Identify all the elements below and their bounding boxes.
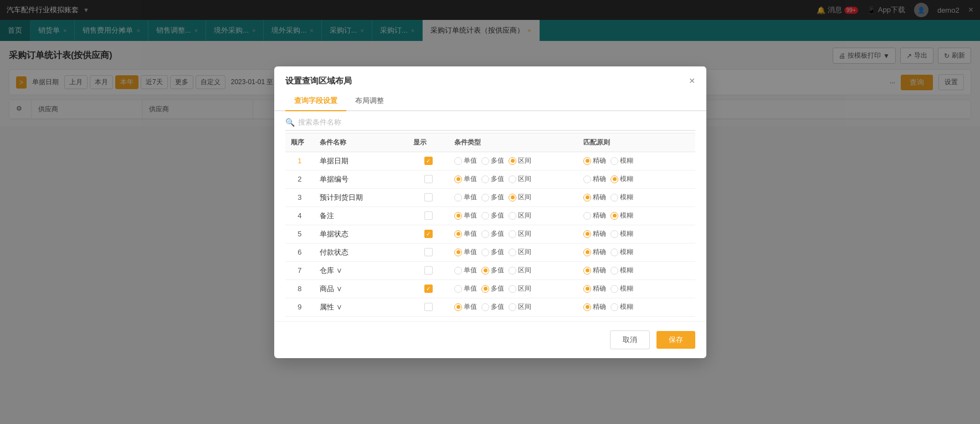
modal-tabs: 查询字段设置 布局调整 [274,91,706,111]
tab-field-settings[interactable]: 查询字段设置 [285,91,346,111]
modal-title: 设置查询区域布局 [285,76,352,86]
modal-overlay: 设置查询区域布局 × 查询字段设置 布局调整 🔍 顺序 条件名称 [0,0,980,126]
search-input[interactable] [298,118,398,126]
tab-layout-adjust-label: 布局调整 [355,96,384,105]
modal-search-bar: 🔍 [285,118,695,127]
modal-close-btn[interactable]: × [689,75,695,87]
tab-layout-adjust[interactable]: 布局调整 [346,91,393,111]
settings-modal: 设置查询区域布局 × 查询字段设置 布局调整 🔍 顺序 条件名称 [274,66,706,127]
modal-header: 设置查询区域布局 × [274,66,706,87]
tab-field-settings-label: 查询字段设置 [294,96,337,105]
search-icon: 🔍 [285,118,295,127]
